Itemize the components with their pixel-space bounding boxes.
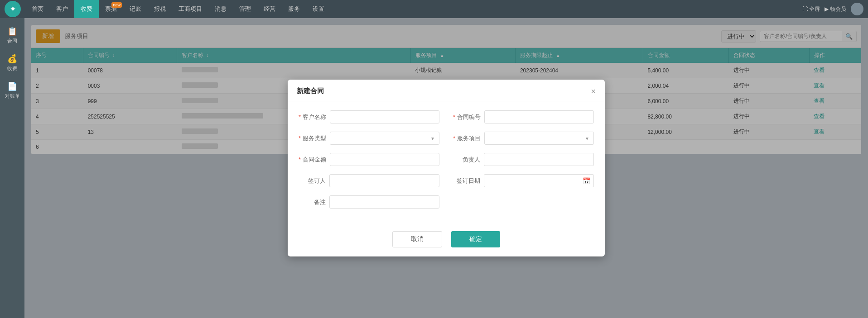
contract-icon: 📋 [7,26,17,36]
signer-input[interactable] [329,174,439,187]
modal-header: 新建合同 × [288,80,605,101]
confirm-button[interactable]: 确定 [451,231,500,247]
field-contract-no: 合同编号 [453,110,594,123]
new-contract-modal: 新建合同 × 客户名称 合同编号 [288,80,605,256]
contract-amount-label: 合同金额 [299,156,326,164]
modal-title: 新建合同 [297,87,324,95]
form-row-1: 客户名称 合同编号 [299,110,594,123]
nav-message[interactable]: 消息 [208,0,233,18]
modal-footer: 取消 确定 [288,226,605,256]
form-row-4: 签订人 签订日期 2023-06-06 📅 [299,174,594,187]
fee-icon: 💰 [7,54,17,64]
sign-date-wrapper: 2023-06-06 📅 [484,174,594,187]
main-layout: 📋 合同 💰 收费 📄 对账单 新增 服务项目 进行中 已完成 已终止 [0,18,868,318]
modal-body: 客户名称 合同编号 服务类型 [288,101,605,226]
new-badge: new [111,2,122,8]
field-contract-amount: 合同金额 0.00 [299,153,439,166]
responsible-label: 负责人 [453,156,480,164]
sign-date-label: 签订日期 [453,177,480,185]
vip-button[interactable]: ▶ 畅会员 [825,5,846,13]
nav-ticket[interactable]: 票据 new [99,0,123,18]
sign-date-input[interactable]: 2023-06-06 [484,174,594,187]
service-item-label: 服务项目 [453,134,481,142]
sidebar: 📋 合同 💰 收费 📄 对账单 [0,18,24,318]
nav-tax[interactable]: 报税 [148,0,172,18]
nav-customer[interactable]: 客户 [50,0,74,18]
nav-settings[interactable]: 设置 [306,0,331,18]
field-service-type: 服务类型 [299,132,439,145]
play-icon: ▶ [825,6,829,12]
service-type-select-wrapper [330,132,439,145]
fullscreen-button[interactable]: ⛶ 全屏 [802,5,820,13]
field-notes: 备注 [299,195,439,209]
form-row-2: 服务类型 服务项目 [299,132,594,145]
sidebar-item-contract[interactable]: 📋 合同 [0,23,24,48]
field-service-item: 服务项目 [453,132,594,145]
customer-name-label: 客户名称 [299,113,326,121]
field-customer-name: 客户名称 [299,110,439,123]
nav-operation[interactable]: 经营 [257,0,282,18]
modal-close-button[interactable]: × [591,87,596,95]
customer-name-input[interactable] [330,110,439,123]
nav-business[interactable]: 工商项目 [172,0,208,18]
user-avatar[interactable] [851,3,863,15]
modal-overlay: 新建合同 × 客户名称 合同编号 [24,18,868,318]
form-row-5: 备注 [299,195,594,209]
nav-accounting[interactable]: 记账 [123,0,148,18]
service-type-select[interactable] [330,132,439,145]
statement-icon: 📄 [7,81,17,91]
app-logo: ✦ [5,1,21,17]
signer-label: 签订人 [299,177,326,185]
field-empty [453,195,594,209]
nav-management[interactable]: 管理 [233,0,257,18]
content-area: 新增 服务项目 进行中 已完成 已终止 🔍 [24,18,868,318]
field-responsible: 负责人 [453,153,594,166]
responsible-input[interactable] [484,153,594,166]
notes-input[interactable] [329,195,439,209]
contract-amount-input[interactable]: 0.00 [330,153,439,166]
service-item-select-wrapper [484,132,594,145]
cancel-button[interactable]: 取消 [392,231,442,247]
nav-home[interactable]: 首页 [25,0,50,18]
top-navigation: ✦ 首页 客户 收费 票据 new 记账 报税 工商项目 消息 管理 经 [0,0,868,18]
form-row-3: 合同金额 0.00 负责人 [299,153,594,166]
notes-label: 备注 [299,198,326,206]
calendar-icon: 📅 [583,177,590,185]
contract-no-label: 合同编号 [453,113,481,121]
fullscreen-icon: ⛶ [802,6,808,12]
service-item-select[interactable] [484,132,594,145]
field-sign-date: 签订日期 2023-06-06 📅 [453,174,594,187]
service-type-label: 服务类型 [299,134,326,142]
sidebar-item-fee[interactable]: 💰 收费 [0,50,24,76]
nav-menu: 首页 客户 收费 票据 new 记账 报税 工商项目 消息 管理 经营 [25,0,802,18]
nav-service[interactable]: 服务 [282,0,306,18]
nav-right: ⛶ 全屏 ▶ 畅会员 [802,3,863,15]
contract-no-input[interactable] [484,110,594,123]
nav-fee[interactable]: 收费 [74,0,99,18]
field-signer: 签订人 [299,174,439,187]
sidebar-item-statement[interactable]: 📄 对账单 [0,78,24,103]
